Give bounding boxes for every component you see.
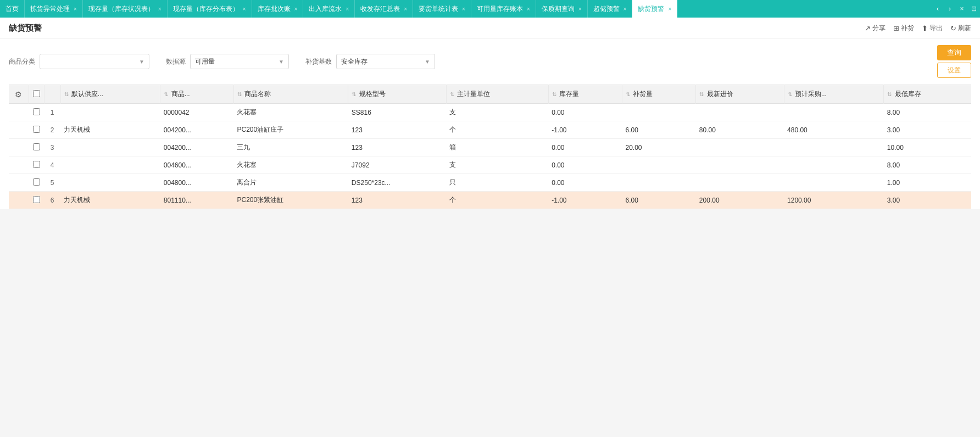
row-stock: 0.00: [548, 139, 622, 156]
tab-order-stats[interactable]: 要货单统计表 ×: [413, 0, 471, 18]
gear-icon[interactable]: ⚙: [15, 90, 22, 99]
row-latest-price: 80.00: [696, 121, 784, 139]
tab-next-btn[interactable]: ›: [944, 5, 956, 13]
tab-expiry-query[interactable]: 保质期查询 ×: [536, 0, 588, 18]
sort-icon: ⇅: [552, 91, 556, 97]
replenish-select[interactable]: 安全库存 ▼: [336, 54, 435, 69]
row-checkbox-cell[interactable]: [29, 174, 44, 192]
th-latest-price[interactable]: ⇅ 最新进价: [696, 85, 784, 104]
row-spec: 123: [348, 121, 446, 139]
row-replenish-qty: 20.00: [622, 139, 696, 156]
th-min-stock[interactable]: ⇅ 最低库存: [884, 85, 971, 104]
query-button[interactable]: 查询: [937, 45, 971, 60]
th-settings[interactable]: ⚙: [9, 85, 29, 104]
replenish-label: 补货基数: [305, 57, 332, 66]
tab-close-icon[interactable]: ×: [74, 6, 77, 12]
row-settings-cell: [9, 139, 29, 156]
row-checkbox-cell[interactable]: [29, 121, 44, 139]
export-button[interactable]: ⬆ 导出: [922, 24, 943, 33]
row-estimated-purchase: 1200.00: [784, 192, 884, 209]
tab-pick-exception[interactable]: 拣货异常处理 ×: [25, 0, 83, 18]
tab-inout-flow[interactable]: 出入库流水 ×: [303, 0, 355, 18]
tab-receive-summary[interactable]: 收发存汇总表 ×: [355, 0, 413, 18]
row-min-stock: 1.00: [884, 174, 971, 192]
sort-icon: ⇅: [788, 91, 792, 97]
replenish-icon: ⊞: [893, 24, 899, 32]
category-arrow-icon: ▼: [139, 59, 144, 65]
th-unit[interactable]: ⇅ 主计量单位: [446, 85, 548, 104]
row-checkbox-cell[interactable]: [29, 139, 44, 156]
row-settings-cell: [9, 192, 29, 209]
row-checkbox-cell[interactable]: [29, 104, 44, 121]
select-all-checkbox[interactable]: [33, 90, 40, 97]
th-spec[interactable]: ⇅ 规格型号: [348, 85, 446, 104]
row-default-supplier: 力天机械: [60, 192, 160, 209]
row-latest-price: [696, 174, 784, 192]
settings-button[interactable]: 设置: [937, 63, 971, 78]
tab-expand-btn[interactable]: ⊡: [968, 5, 980, 13]
sort-icon: ⇅: [64, 91, 69, 97]
tab-available-ledger[interactable]: 可用量库存账本 ×: [471, 0, 536, 18]
share-button[interactable]: ↗ 分享: [865, 24, 886, 33]
row-checkbox-cell[interactable]: [29, 156, 44, 174]
row-checkbox[interactable]: [33, 143, 40, 150]
row-stock: -1.00: [548, 121, 622, 139]
row-checkbox[interactable]: [33, 196, 40, 203]
tab-batch-account[interactable]: 库存批次账 ×: [252, 0, 304, 18]
refresh-button[interactable]: ↻ 刷新: [950, 24, 971, 33]
row-checkbox[interactable]: [33, 126, 40, 133]
datasource-select[interactable]: 可用量 ▼: [190, 54, 289, 69]
tab-prev-btn[interactable]: ‹: [932, 5, 944, 13]
row-unit: 个: [446, 121, 548, 139]
sort-icon: ⇅: [352, 91, 356, 97]
row-product-name: 离合片: [233, 174, 348, 192]
th-default-supplier[interactable]: ⇅ 默认供应...: [60, 85, 160, 104]
tab-close-icon[interactable]: ×: [404, 6, 407, 12]
th-stock[interactable]: ⇅ 库存量: [548, 85, 622, 104]
replenish-value: 安全库存: [341, 57, 368, 66]
tab-close-icon[interactable]: ×: [578, 6, 582, 12]
row-checkbox[interactable]: [33, 108, 40, 115]
row-product-name: 三九: [233, 139, 348, 156]
tab-shortage-warning[interactable]: 缺货预警 ×: [632, 0, 677, 18]
table-row: 3 004200... 三九 123 箱 0.00 20.00 10.00: [9, 139, 971, 156]
th-product-name[interactable]: ⇅ 商品名称: [233, 85, 348, 104]
replenish-button[interactable]: ⊞ 补货: [893, 24, 914, 33]
th-product-code[interactable]: ⇅ 商品...: [160, 85, 234, 104]
tab-stock-dist[interactable]: 现存量（库存分布表） ×: [168, 0, 252, 18]
row-settings-cell: [9, 174, 29, 192]
row-unit: 支: [446, 104, 548, 121]
tab-overstock-warning[interactable]: 超储预警 ×: [588, 0, 633, 18]
row-spec: DS250*23c...: [348, 174, 446, 192]
tab-home[interactable]: 首页: [0, 0, 25, 18]
category-select[interactable]: ▼: [40, 54, 149, 69]
th-replenish-qty[interactable]: ⇅ 补货量: [622, 85, 696, 104]
row-checkbox-cell[interactable]: [29, 192, 44, 209]
sort-icon: ⇅: [626, 91, 630, 97]
th-checkbox[interactable]: [29, 85, 44, 104]
th-estimated-purchase[interactable]: ⇅ 预计采购...: [784, 85, 884, 104]
row-checkbox[interactable]: [33, 178, 40, 186]
tab-close-all-btn[interactable]: ×: [956, 5, 968, 13]
row-latest-price: [696, 104, 784, 121]
tab-close-icon[interactable]: ×: [462, 6, 465, 12]
sort-icon: ⇅: [164, 91, 168, 97]
tab-close-icon[interactable]: ×: [294, 6, 298, 12]
tab-close-icon[interactable]: ×: [243, 6, 246, 12]
tab-close-icon[interactable]: ×: [346, 6, 349, 12]
row-unit: 支: [446, 156, 548, 174]
tab-close-icon[interactable]: ×: [158, 6, 162, 12]
tab-stock-status[interactable]: 现存量（库存状况表） ×: [83, 0, 168, 18]
tab-close-icon[interactable]: ×: [668, 6, 671, 12]
row-replenish-qty: [622, 174, 696, 192]
row-checkbox[interactable]: [33, 161, 40, 168]
sort-icon: ⇅: [237, 91, 242, 97]
row-unit: 只: [446, 174, 548, 192]
tab-close-icon[interactable]: ×: [623, 6, 627, 12]
row-num: 6: [44, 192, 60, 209]
tab-close-icon[interactable]: ×: [527, 6, 530, 12]
row-min-stock: 3.00: [884, 192, 971, 209]
datasource-filter-group: 数据源 可用量 ▼: [166, 54, 289, 69]
row-product-code: 004200...: [160, 121, 234, 139]
datasource-arrow-icon: ▼: [279, 59, 284, 65]
